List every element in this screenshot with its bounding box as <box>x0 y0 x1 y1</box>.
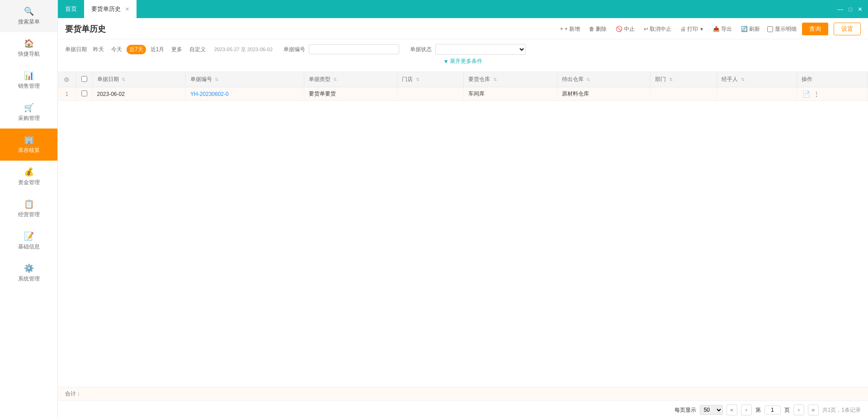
status-filter-group: 单据状态 <box>410 44 526 55</box>
col-order-no: 单据编号 ⇅ <box>185 72 304 87</box>
tab-order-history-label: 要货单历史 <box>91 5 121 13</box>
export-button[interactable]: 📤 导出 <box>711 24 734 34</box>
sidebar-item-quick-nav[interactable]: 🏠 快捷导航 <box>0 32 57 64</box>
col-handler-label: 经手人 <box>722 76 738 82</box>
prev-page-button[interactable]: ‹ <box>741 405 752 415</box>
tab-home-label: 首页 <box>65 5 77 13</box>
next-page-button[interactable]: › <box>793 405 804 415</box>
topbar: 首页 要货单历史 ✕ — □ ✕ <box>58 0 868 18</box>
sidebar-item-purchase-mgmt[interactable]: 🛒 采购管理 <box>0 96 57 129</box>
status-label: 单据状态 <box>410 46 432 53</box>
col-pending-warehouse: 待出仓库 ⇅ <box>557 72 650 87</box>
sort-order-no-icon[interactable]: ⇅ <box>215 77 218 82</box>
column-settings-icon[interactable]: ⚙ <box>64 76 70 83</box>
page-label: 页 <box>784 406 790 414</box>
sidebar-item-search-menu[interactable]: 🔍 搜索菜单 <box>0 0 57 32</box>
print-button[interactable]: 🖨 打印 ▼ <box>679 24 706 34</box>
expand-filter-button[interactable]: ▼ 展开更多条件 <box>443 57 483 65</box>
first-page-icon: « <box>730 407 733 413</box>
date-option-last1month[interactable]: 近1月 <box>148 45 167 54</box>
date-range-display: 2023-05-27 至 2023-06-02 <box>214 46 273 53</box>
date-option-custom[interactable]: 自定义 <box>187 45 208 54</box>
window-maximize-button[interactable]: □ <box>849 6 852 13</box>
sort-pending-warehouse-icon[interactable]: ⇅ <box>586 77 590 82</box>
refresh-button[interactable]: 🔄 刷新 <box>739 24 762 34</box>
sidebar-item-sales-mgmt[interactable]: 📊 销售管理 <box>0 64 57 96</box>
settings-button[interactable]: 设置 <box>834 23 861 35</box>
tab-home[interactable]: 首页 <box>58 0 84 18</box>
display-detail-checkbox[interactable] <box>767 26 773 32</box>
cancel-stop-button[interactable]: ↩ 取消中止 <box>642 24 673 34</box>
col-req-warehouse-label: 要货仓库 <box>468 76 490 82</box>
sidebar-item-system-mgmt[interactable]: ⚙️ 系统管理 <box>0 257 57 289</box>
sort-store-icon[interactable]: ⇅ <box>416 77 420 82</box>
window-close-button[interactable]: ✕ <box>858 6 863 13</box>
stop-button[interactable]: 🚫 中止 <box>614 24 637 34</box>
tab-order-history[interactable]: 要货单历史 ✕ <box>84 0 137 18</box>
content-area: 要货单历史 + + 新增 🗑 删除 🚫 中止 ↩ 取消中止 <box>58 18 868 419</box>
sidebar-item-basic-info[interactable]: 📝 基础信息 <box>0 225 57 257</box>
row-pending-warehouse: 原材料仓库 <box>557 87 650 101</box>
date-filter-group: 单据日期 昨天 今天 近7天 近1月 更多 自定义 2023-05-27 至 2… <box>65 45 273 54</box>
data-table: ⚙ 单据日期 ⇅ 单据编号 ⇅ <box>58 72 868 101</box>
col-pending-warehouse-label: 待出仓库 <box>562 76 584 82</box>
page-number-input[interactable] <box>764 405 781 414</box>
delete-icon: 🗑 <box>589 26 594 32</box>
page-size-select[interactable]: 50 10 20 100 <box>700 405 723 415</box>
operations-mgmt-icon: 📋 <box>24 199 34 209</box>
row-checkbox-cell <box>76 87 92 101</box>
sidebar-item-label: 资金管理 <box>18 179 40 186</box>
filter-row-1: 单据日期 昨天 今天 近7天 近1月 更多 自定义 2023-05-27 至 2… <box>65 44 861 55</box>
col-settings[interactable]: ⚙ <box>58 72 76 87</box>
status-select[interactable] <box>435 44 526 55</box>
col-order-date-label: 单据日期 <box>97 76 119 82</box>
row-order-no: YH-20230602-0 <box>185 87 304 101</box>
row-req-warehouse: 车间库 <box>464 87 557 101</box>
search-menu-icon: 🔍 <box>24 6 34 16</box>
date-option-today[interactable]: 今天 <box>108 45 125 54</box>
last-page-button[interactable]: » <box>808 405 819 415</box>
select-all-checkbox[interactable] <box>81 76 87 82</box>
sidebar-item-label: 经营管理 <box>18 211 40 219</box>
filter-area: 单据日期 昨天 今天 近7天 近1月 更多 自定义 2023-05-27 至 2… <box>58 39 868 72</box>
window-minimize-button[interactable]: — <box>837 6 843 13</box>
sidebar-item-operations-mgmt[interactable]: 📋 经营管理 <box>0 193 57 225</box>
sort-handler-icon[interactable]: ⇅ <box>741 77 745 82</box>
new-button[interactable]: + + 新增 <box>558 24 582 34</box>
query-button[interactable]: 查询 <box>802 23 828 35</box>
row-view-button[interactable]: 📄 <box>802 90 810 98</box>
sort-order-date-icon[interactable]: ⇅ <box>122 77 125 82</box>
page-header: 要货单历史 + + 新增 🗑 删除 🚫 中止 ↩ 取消中止 <box>58 18 868 39</box>
row-more-button[interactable]: ⋮ <box>813 90 820 98</box>
sort-order-type-icon[interactable]: ⇅ <box>333 77 337 82</box>
add-icon: + <box>560 26 563 32</box>
delete-button[interactable]: 🗑 删除 <box>587 24 609 34</box>
order-no-input[interactable] <box>309 44 399 54</box>
date-option-last7days[interactable]: 近7天 <box>127 45 146 54</box>
page-title: 要货单历史 <box>65 24 106 34</box>
date-option-yesterday[interactable]: 昨天 <box>90 45 107 54</box>
display-detail-label: 显示明细 <box>775 25 797 33</box>
row-index: 1 <box>58 87 76 101</box>
row-operations-cell: 📄 ⋮ <box>797 87 868 101</box>
close-tab-icon[interactable]: ✕ <box>125 6 129 12</box>
col-order-type-label: 单据类型 <box>309 76 330 82</box>
date-option-more[interactable]: 更多 <box>169 45 185 54</box>
last-page-icon: » <box>811 407 815 413</box>
print-dropdown-icon: ▼ <box>699 27 704 32</box>
total-info: 共1页，1条记录 <box>822 406 861 414</box>
sort-department-icon[interactable]: ⇅ <box>669 77 673 82</box>
row-checkbox[interactable] <box>81 90 87 96</box>
sort-req-warehouse-icon[interactable]: ⇅ <box>493 77 497 82</box>
sidebar-item-inventory[interactable]: 🏢 库存核算 <box>0 129 57 161</box>
sidebar-item-finance-mgmt[interactable]: 💰 资金管理 <box>0 161 57 193</box>
display-detail-toggle[interactable]: 显示明细 <box>767 25 797 33</box>
first-page-button[interactable]: « <box>726 405 737 415</box>
order-no-link[interactable]: YH-20230602-0 <box>190 91 229 97</box>
inventory-icon: 🏢 <box>24 135 34 145</box>
purchase-mgmt-icon: 🛒 <box>24 103 34 113</box>
col-store: 门店 ⇅ <box>397 72 464 87</box>
col-department-label: 部门 <box>655 76 666 82</box>
expand-icon: ▼ <box>443 58 449 65</box>
refresh-icon: 🔄 <box>741 26 748 32</box>
